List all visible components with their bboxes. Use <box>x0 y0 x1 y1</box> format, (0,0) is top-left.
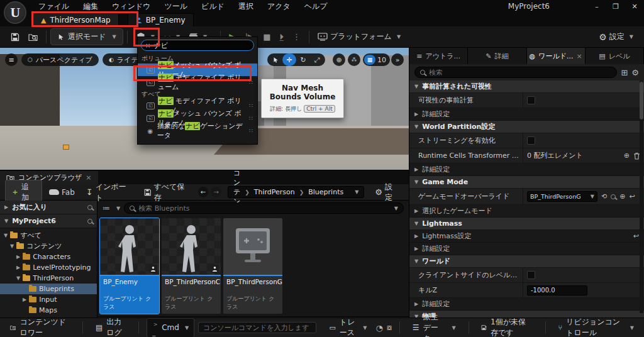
tab-thirdpersonmap[interactable]: ▲ ThirdPersonMap <box>33 13 119 26</box>
kill-z-input[interactable] <box>527 285 587 296</box>
section-world[interactable]: ▼ワールド <box>409 255 644 268</box>
tab-world-settings[interactable]: ◍ ワールド... × <box>527 48 586 64</box>
menu-window[interactable]: ウィンドウ <box>105 0 157 13</box>
panel-gear-icon[interactable]: ⚙ <box>631 68 639 77</box>
drag-grip-icon[interactable]: ∷ <box>249 128 253 134</box>
menu-build[interactable]: ビルド <box>194 0 231 13</box>
advanced-world-partition[interactable]: ▶詳細設定 <box>409 163 644 176</box>
camera-speed-button[interactable]: » <box>391 53 404 66</box>
menu-help[interactable]: ヘルプ <box>297 0 335 13</box>
scrollbar-thumb[interactable] <box>640 82 643 119</box>
tree-item-blueprints[interactable]: Blueprints <box>0 284 97 294</box>
add-menu-search-input[interactable] <box>153 41 229 50</box>
scrollbar[interactable] <box>640 80 643 313</box>
rotate-tool-button[interactable]: ↻ <box>296 53 310 66</box>
play-options-button[interactable]: ⋮ <box>288 30 305 44</box>
insights-icon[interactable]: ◔ <box>375 323 382 333</box>
menu-file[interactable]: ファイル <box>31 0 76 13</box>
project-header[interactable]: ▼MyProject6 <box>0 214 97 228</box>
tab-details[interactable]: ✎ 詳細 <box>468 48 526 64</box>
menu-tools[interactable]: ツール <box>158 0 195 13</box>
world-settings-search-input[interactable] <box>429 69 611 77</box>
clear-search-icon[interactable]: × <box>145 42 150 49</box>
add-menu-search[interactable]: × <box>141 40 254 51</box>
screenshot-icon[interactable]: ⧇ <box>387 323 392 333</box>
client-streaming-checkbox[interactable] <box>527 271 535 279</box>
section-world-partition[interactable]: ▼World Partition設定 <box>409 121 644 133</box>
grid-snap-control[interactable]: ▦ 10 <box>363 53 390 66</box>
drag-grip-icon[interactable]: ∷ <box>249 67 253 73</box>
tree-item-levelprototyping[interactable]: ▶LevelPrototyping <box>0 262 97 273</box>
forward-button[interactable]: → <box>211 187 221 197</box>
back-button[interactable]: ← <box>198 187 209 197</box>
asset-tile-bp-enemy[interactable]: BP_Enemy ブループリント クラス <box>100 218 159 314</box>
unsaved-indicator[interactable]: ★ 1個が未保存です <box>476 314 537 337</box>
precompute-visibility-checkbox[interactable] <box>527 96 535 104</box>
create-new-asset-icon[interactable]: ⊕ <box>619 192 625 201</box>
asset-search-input[interactable] <box>138 204 388 213</box>
path-dropdown-icon[interactable]: ▼ <box>355 189 358 195</box>
row-lightmass-settings[interactable]: ▶Lightmass設定 ↩ <box>409 230 644 243</box>
menu-item-abstract-navigation-data[interactable]: ◉ 抽象的なナビゲーションデータ ∷ <box>138 124 257 137</box>
drag-grip-icon[interactable]: ∷ <box>249 115 253 121</box>
close-tab-icon[interactable]: × <box>576 52 582 60</box>
content-drawer-button[interactable] <box>24 30 42 44</box>
tab-bp-enemy[interactable]: BP_Enemy <box>128 13 194 26</box>
unreal-logo[interactable]: U <box>4 1 26 24</box>
use-selected-asset-icon[interactable]: ⟲ <box>601 192 607 201</box>
output-log-button[interactable]: ▤ 出力ログ <box>91 314 131 337</box>
search-options-icon[interactable]: ▼ <box>394 206 398 211</box>
tree-item-all[interactable]: ▼すべて <box>0 230 97 241</box>
drag-grip-icon[interactable]: ∷ <box>249 102 253 109</box>
eject-button[interactable]: ⏵̲ <box>275 30 288 45</box>
content-drawer-toggle[interactable]: コンテンツドロワー <box>5 314 75 337</box>
tab-outliner[interactable]: ≡ アウトラ... <box>409 48 468 64</box>
menu-actor[interactable]: アクタ <box>260 0 297 13</box>
save-level-button[interactable] <box>6 30 24 44</box>
perspective-dropdown[interactable]: ⬡ パースペクティブ <box>21 53 99 66</box>
menu-select[interactable]: 選択 <box>231 0 260 13</box>
surface-snap-button[interactable]: ⁂ <box>348 53 360 66</box>
reset-to-default-icon[interactable]: ↩ <box>633 232 639 240</box>
enable-streaming-checkbox[interactable] <box>527 136 535 145</box>
select-tool-button[interactable] <box>269 53 282 66</box>
move-tool-button[interactable]: ✛ <box>282 53 296 66</box>
advanced-precomputed[interactable]: ▶詳細設定 <box>409 108 644 121</box>
section-lightmass[interactable]: ▼Lightmass <box>409 218 644 230</box>
breadcrumb-blueprints[interactable]: Blueprints <box>308 188 343 196</box>
world-settings-search[interactable] <box>414 67 617 78</box>
derived-data-dropdown[interactable]: ☰ 派生データ▼ <box>408 309 461 337</box>
select-mode-dropdown[interactable]: 選択モード ▼ <box>50 28 123 45</box>
section-precomputed-visibility[interactable]: ▼事前計算された可視性 <box>409 80 644 93</box>
breadcrumb-thirdperson[interactable]: ThirdPerson <box>254 188 295 196</box>
trace-dropdown[interactable]: ▭ トレース▼ <box>324 314 372 337</box>
favorites-header[interactable]: ▶お気に入り <box>0 201 97 214</box>
stop-button[interactable]: ■ <box>258 30 275 44</box>
tree-item-input[interactable]: ▶Input <box>0 294 97 305</box>
search-icon[interactable] <box>87 205 92 210</box>
add-element-icon[interactable]: ⊕ <box>624 152 630 160</box>
settings-dropdown[interactable]: ⚙ 設定 ▼ <box>594 29 638 45</box>
search-icon[interactable] <box>87 219 92 224</box>
tree-item-thirdperson[interactable]: ▼ThirdPerson <box>0 273 97 284</box>
filter-icon[interactable]: ≔ <box>103 204 110 213</box>
asset-search[interactable]: ▼ <box>124 202 404 214</box>
section-game-mode[interactable]: ▼Game Mode <box>409 176 644 189</box>
advanced-lightmass[interactable]: ▶詳細設定 <box>409 243 644 255</box>
menu-item-nav-modifier-volume[interactable]: ◱ ナビ モディファイア ボリューム ∷ <box>138 76 257 89</box>
maximize-button[interactable]: ❐ <box>606 0 625 13</box>
asset-tile-bp-thirdpersongamemode[interactable]: BP_ThirdPersonGameMode ブループリント クラス <box>223 218 282 314</box>
reset-to-default-icon[interactable]: ↩ <box>629 192 635 201</box>
console-command-input[interactable] <box>198 322 316 333</box>
menu-edit[interactable]: 編集 <box>76 0 105 13</box>
fab-button[interactable]: Fab <box>45 185 79 199</box>
revision-control-dropdown[interactable]: ⑂ リビジョンコントロール▼ <box>553 314 639 337</box>
scale-tool-button[interactable]: ⤢ <box>310 53 324 66</box>
column-view-icon[interactable]: ⊞ <box>621 68 628 77</box>
gamemode-override-select[interactable]: BP_ThirdPersonG▼ <box>527 191 597 202</box>
browse-asset-icon[interactable] <box>611 194 616 199</box>
close-button[interactable]: ✕ <box>625 0 644 13</box>
platforms-dropdown[interactable]: プラットフォーム ▼ <box>313 29 405 45</box>
world-local-toggle[interactable]: ⊕ <box>333 53 345 66</box>
row-selected-gamemode[interactable]: ▶選択したゲームモード <box>409 205 644 218</box>
